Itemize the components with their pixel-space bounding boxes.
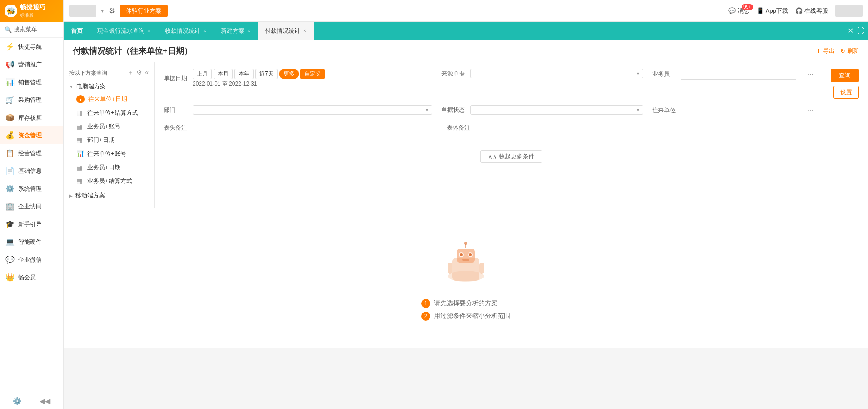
sidebar-item-label: 畅会员 bbox=[18, 273, 36, 282]
tab-bank-flow[interactable]: 现金银行流水查询 × bbox=[90, 22, 158, 40]
table-scheme-icon2: ▦ bbox=[76, 123, 84, 130]
sidebar-item-quick-nav[interactable]: ⚡ 快捷导航 bbox=[0, 38, 63, 56]
header-note-field: 表头备注 bbox=[164, 122, 429, 133]
scheme-item-label: 往来单位+日期 bbox=[88, 95, 127, 103]
inventory-icon: 📦 bbox=[5, 113, 15, 122]
scheme-item-agent-settlement[interactable]: ▦ 业务员+结算方式 bbox=[64, 174, 154, 188]
agent-input[interactable] bbox=[681, 69, 796, 80]
scheme-group-mobile-label: 移动端方案 bbox=[75, 192, 105, 200]
collapse-sidebar-icon[interactable]: ◀◀ bbox=[40, 397, 50, 405]
agent-more-icon[interactable]: ··· bbox=[800, 70, 813, 78]
tab-income-stats[interactable]: 收款情况统计 × bbox=[158, 22, 214, 40]
date-last-month-btn[interactable]: 上月 bbox=[193, 69, 212, 79]
sidebar-item-wechat[interactable]: 💬 企业微信 bbox=[0, 251, 63, 268]
scheme-item-dept-date[interactable]: ▦ 部门+日期 bbox=[64, 133, 154, 147]
header-note-input[interactable] bbox=[193, 122, 429, 133]
tab-new-scheme[interactable]: 新建方案 × bbox=[214, 22, 258, 40]
topbar-gear-icon[interactable]: ⚙ bbox=[109, 6, 115, 15]
message-badge[interactable]: 💬 消息 99+ bbox=[728, 7, 749, 15]
sidebar-item-enterprise[interactable]: 🏢 企业协同 bbox=[0, 197, 63, 215]
date-this-month-btn[interactable]: 本月 bbox=[214, 69, 233, 79]
export-button[interactable]: ⬆ 导出 bbox=[816, 47, 835, 55]
sidebar-item-member[interactable]: 👑 畅会员 bbox=[0, 268, 63, 286]
sidebar-item-sales[interactable]: 📊 销售管理 bbox=[0, 73, 63, 91]
scheme-item-label: 业务员+账号 bbox=[87, 122, 120, 131]
settings-scheme-icon[interactable]: ⚙ bbox=[136, 69, 142, 77]
scheme-group-mobile-header[interactable]: ▶ 移动端方案 bbox=[64, 190, 154, 202]
collapse-scheme-icon[interactable]: « bbox=[145, 69, 149, 77]
close-all-tabs-button[interactable]: ✕ bbox=[848, 26, 853, 35]
tab-payment-stats-close[interactable]: × bbox=[303, 28, 306, 34]
scheme-sidebar-title: 按以下方案查询 bbox=[69, 69, 107, 77]
scheme-item-counterpart-date[interactable]: ● 往来单位+日期 bbox=[64, 92, 154, 106]
refresh-button[interactable]: ↻ 刷新 bbox=[840, 47, 859, 55]
sidebar-item-finance[interactable]: 💰 资金管理 bbox=[0, 126, 63, 144]
chart-scheme-icon: 📊 bbox=[76, 150, 84, 157]
trial-button[interactable]: 体验行业方案 bbox=[120, 5, 168, 17]
online-service-link[interactable]: 🎧 在线客服 bbox=[795, 7, 828, 15]
counterpart-more-icon[interactable]: ··· bbox=[800, 106, 813, 115]
sidebar-item-label: 智能硬件 bbox=[18, 238, 42, 246]
tab-new-scheme-close[interactable]: × bbox=[247, 28, 250, 34]
version-label: 标准版 bbox=[20, 12, 45, 19]
sidebar-item-operation[interactable]: 📋 经营管理 bbox=[0, 144, 63, 162]
date-custom-btn[interactable]: 自定义 bbox=[300, 69, 325, 79]
brand-name: 畅捷通巧 bbox=[20, 3, 45, 11]
header-note-label: 表头备注 bbox=[164, 124, 189, 132]
settings-footer-icon[interactable]: ⚙️ bbox=[13, 397, 22, 405]
empty-tip-1: 1 请先选择要分析的方案 bbox=[421, 299, 510, 308]
source-select[interactable]: ▾ bbox=[470, 69, 643, 78]
scheme-item-counterpart-settlement[interactable]: ▦ 往来单位+结算方式 bbox=[64, 106, 154, 120]
tab-income-stats-close[interactable]: × bbox=[203, 28, 206, 34]
page-content: 付款情况统计（往来单位+日期） ⬆ 导出 ↻ 刷新 按以下方案查询 ＋ bbox=[64, 40, 868, 409]
sidebar-item-label: 销售管理 bbox=[18, 78, 42, 86]
page-header-actions: ⬆ 导出 ↻ 刷新 bbox=[816, 47, 859, 55]
date-range-value: 2022-01-01 至 2022-12-31 bbox=[193, 80, 325, 88]
refresh-label: 刷新 bbox=[847, 47, 859, 55]
settings-button[interactable]: 设置 bbox=[833, 86, 859, 99]
tab-bank-flow-close[interactable]: × bbox=[147, 28, 150, 34]
sidebar-item-system[interactable]: ⚙️ 系统管理 bbox=[0, 180, 63, 197]
scheme-item-agent-account[interactable]: ▦ 业务员+账号 bbox=[64, 120, 154, 133]
tab-payment-stats[interactable]: 付款情况统计 × bbox=[258, 22, 314, 40]
sidebar-item-guide[interactable]: 🎓 新手引导 bbox=[0, 215, 63, 233]
tab-home[interactable]: 首页 bbox=[64, 22, 90, 40]
sidebar-item-label: 快捷导航 bbox=[18, 43, 42, 51]
topbar: ▾ ⚙ 体验行业方案 💬 消息 99+ 📱 App下载 🎧 在线客服 bbox=[64, 0, 868, 22]
counterpart-input[interactable] bbox=[681, 105, 796, 116]
counterpart-label: 往来单位 bbox=[652, 106, 678, 115]
scheme-item-agent-date[interactable]: ▦ 业务员+日期 bbox=[64, 161, 154, 174]
tip-text-1: 请先选择要分析的方案 bbox=[434, 299, 498, 308]
date-7days-btn[interactable]: 近7天 bbox=[255, 69, 278, 79]
scheme-item-label: 往来单位+账号 bbox=[87, 150, 126, 158]
dept-select[interactable]: ▾ bbox=[193, 105, 432, 115]
export-label: 导出 bbox=[823, 47, 835, 55]
page-title: 付款情况统计（往来单位+日期） bbox=[73, 45, 192, 56]
filter-row-1: 单据日期 上月 本月 本年 近7天 更多 自定义 20 bbox=[164, 69, 859, 99]
date-this-year-btn[interactable]: 本年 bbox=[234, 69, 254, 79]
tab-payment-stats-label: 付款情况统计 bbox=[265, 27, 300, 35]
sidebar-item-inventory[interactable]: 📦 库存核算 bbox=[0, 109, 63, 126]
query-button[interactable]: 查询 bbox=[831, 69, 859, 82]
app-download-link[interactable]: 📱 App下载 bbox=[757, 7, 788, 15]
sidebar-item-label: 库存核算 bbox=[18, 114, 42, 122]
collapse-more-button[interactable]: ∧∧ 收起更多条件 bbox=[480, 150, 542, 163]
filter-row-2: 部门 ▾ 单据状态 ▾ bbox=[164, 105, 859, 116]
sidebar-item-purchase[interactable]: 🛒 采购管理 bbox=[0, 91, 63, 109]
maximize-button[interactable]: ⛶ bbox=[857, 27, 864, 35]
topbar-chevron-icon[interactable]: ▾ bbox=[101, 7, 104, 14]
date-more-btn[interactable]: 更多 bbox=[279, 69, 299, 79]
sidebar-item-marketing[interactable]: 📢 营销推广 bbox=[0, 56, 63, 73]
body-note-input[interactable] bbox=[476, 122, 645, 133]
scheme-item-counterpart-account[interactable]: 📊 往来单位+账号 bbox=[64, 147, 154, 161]
refresh-icon: ↻ bbox=[840, 48, 845, 55]
scheme-group-desktop: ▼ 电脑端方案 ● 往来单位+日期 ▦ 往来单位+结算方式 ▦ 业务员+账号 bbox=[64, 81, 154, 188]
purchase-icon: 🛒 bbox=[5, 96, 15, 104]
sidebar-item-hardware[interactable]: 💻 智能硬件 bbox=[0, 233, 63, 251]
add-scheme-icon[interactable]: ＋ bbox=[127, 69, 134, 77]
scheme-group-desktop-header[interactable]: ▼ 电脑端方案 bbox=[64, 81, 154, 92]
search-menu[interactable]: 🔍 搜索菜单 bbox=[0, 22, 63, 38]
main-area: ▾ ⚙ 体验行业方案 💬 消息 99+ 📱 App下载 🎧 在线客服 首页 bbox=[64, 0, 868, 409]
sidebar-item-basic-info[interactable]: 📄 基础信息 bbox=[0, 162, 63, 180]
status-select[interactable]: ▾ bbox=[470, 105, 643, 115]
